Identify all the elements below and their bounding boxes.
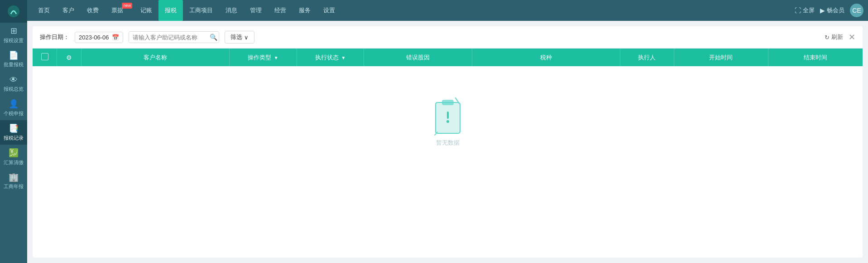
optype-filter-icon[interactable]: ▼ xyxy=(274,55,278,60)
nav-client[interactable]: 客户 xyxy=(56,0,81,21)
nav-home[interactable]: 首页 xyxy=(32,0,56,21)
content-card: 操作日期： 2023-06-06 📅 🔍 筛选 ∨ ↻ 刷新 xyxy=(33,26,863,258)
video-icon: ▶ xyxy=(820,7,825,14)
th-exec-status[interactable]: 执行状态 ▼ xyxy=(297,49,364,66)
refresh-button[interactable]: ↻ 刷新 xyxy=(825,33,843,41)
svg-rect-5 xyxy=(447,112,449,119)
nav-service[interactable]: 服务 xyxy=(293,0,317,21)
page-area: 操作日期： 2023-06-06 📅 🔍 筛选 ∨ ↻ 刷新 xyxy=(27,21,868,263)
nav-invoice[interactable]: 票据 new xyxy=(105,0,134,21)
avatar[interactable]: CE xyxy=(850,4,863,17)
select-all-checkbox[interactable] xyxy=(41,53,48,60)
sidebar-item-tax-record[interactable]: 📑 报税记录 xyxy=(0,120,27,145)
close-button[interactable]: ✕ xyxy=(849,33,855,41)
sidebar-item-tax-settings[interactable]: ⊞ 报税设置 xyxy=(0,23,27,47)
th-start-time: 开始时间 xyxy=(674,49,768,66)
nav-items: 首页 客户 收费 票据 new 记账 报税 工商项目 消息 xyxy=(32,0,795,21)
th-end-time: 结束时间 xyxy=(768,49,863,66)
topnav-right: ⛶ 全屏 ▶ 畅会员 CE xyxy=(795,4,863,17)
svg-rect-3 xyxy=(442,100,454,105)
new-badge: new xyxy=(122,3,132,9)
nav-bookkeeping[interactable]: 记账 xyxy=(134,0,158,21)
toolbar-right: ↻ 刷新 ✕ xyxy=(825,33,855,41)
chevron-down-icon: ∨ xyxy=(244,34,249,41)
tax-overview-icon: 👁 xyxy=(10,75,18,85)
nav-tax[interactable]: 报税 xyxy=(158,0,183,21)
th-settings: ⚙ xyxy=(57,49,82,66)
th-checkbox[interactable] xyxy=(33,49,57,66)
column-settings-icon[interactable]: ⚙ xyxy=(66,54,72,61)
data-table: ⚙ 客户名称 操作类型 ▼ 执行状态 ▼ xyxy=(33,49,863,66)
tax-settings-icon: ⊞ xyxy=(10,26,17,36)
nav-message[interactable]: 消息 xyxy=(219,0,244,21)
date-label: 操作日期： xyxy=(40,33,69,41)
empty-icon xyxy=(427,93,468,139)
fullscreen-icon: ⛶ xyxy=(795,7,801,14)
sidebar-item-annual-report[interactable]: 🏢 工商年报 xyxy=(0,169,27,194)
sidebar-item-personal-tax[interactable]: 👤 个税申报 xyxy=(0,96,27,120)
sidebar-item-tax-overview[interactable]: 👁 报税总览 xyxy=(0,72,27,96)
empty-text: 暂无数据 xyxy=(436,139,460,147)
search-wrap: 🔍 xyxy=(129,31,219,43)
nav-business[interactable]: 工商项目 xyxy=(183,0,219,21)
th-error-reason: 错误股因 xyxy=(364,49,472,66)
member-btn[interactable]: ▶ 畅会员 xyxy=(820,6,844,15)
sidebar-item-settlement[interactable]: 💹 汇算清缴 xyxy=(0,145,27,169)
th-executor: 执行人 xyxy=(620,49,674,66)
empty-state: 暂无数据 xyxy=(33,66,863,174)
th-client-name: 客户名称 xyxy=(81,49,229,66)
nav-billing[interactable]: 收费 xyxy=(81,0,105,21)
th-op-type[interactable]: 操作类型 ▼ xyxy=(229,49,297,66)
sidebar: ⊞ 报税设置 📄 批量报税 👁 报税总览 👤 个税申报 📑 报税记录 💹 汇算清… xyxy=(0,0,27,263)
filter-button[interactable]: 筛选 ∨ xyxy=(225,31,254,44)
tax-record-icon: 📑 xyxy=(9,124,19,134)
nav-settings[interactable]: 设置 xyxy=(317,0,341,21)
date-value: 2023-06-06 xyxy=(79,34,109,41)
status-filter-icon[interactable]: ▼ xyxy=(341,55,345,60)
batch-tax-icon: 📄 xyxy=(9,51,19,61)
sidebar-item-batch-tax[interactable]: 📄 批量报税 xyxy=(0,47,27,72)
table-wrapper: ⚙ 客户名称 操作类型 ▼ 执行状态 ▼ xyxy=(33,49,863,258)
settlement-icon: 💹 xyxy=(9,148,19,158)
date-picker[interactable]: 2023-06-06 📅 xyxy=(75,32,123,43)
table-header: ⚙ 客户名称 操作类型 ▼ 执行状态 ▼ xyxy=(33,49,863,66)
search-button[interactable]: 🔍 xyxy=(206,32,219,43)
fullscreen-btn[interactable]: ⛶ 全屏 xyxy=(795,6,815,15)
top-navigation: 首页 客户 收费 票据 new 记账 报税 工商项目 消息 xyxy=(27,0,868,21)
nav-finance[interactable]: 经营 xyxy=(268,0,293,21)
main-area: 首页 客户 收费 票据 new 记账 报税 工商项目 消息 xyxy=(27,0,868,263)
toolbar: 操作日期： 2023-06-06 📅 🔍 筛选 ∨ ↻ 刷新 xyxy=(33,26,863,49)
refresh-icon: ↻ xyxy=(825,34,830,41)
logo xyxy=(0,0,27,23)
th-tax-type: 税种 xyxy=(472,49,620,66)
svg-point-4 xyxy=(446,120,449,123)
nav-manage[interactable]: 管理 xyxy=(244,0,268,21)
annual-report-icon: 🏢 xyxy=(9,173,19,183)
calendar-icon: 📅 xyxy=(112,34,119,41)
personal-tax-icon: 👤 xyxy=(9,99,19,109)
search-input[interactable] xyxy=(129,32,206,43)
